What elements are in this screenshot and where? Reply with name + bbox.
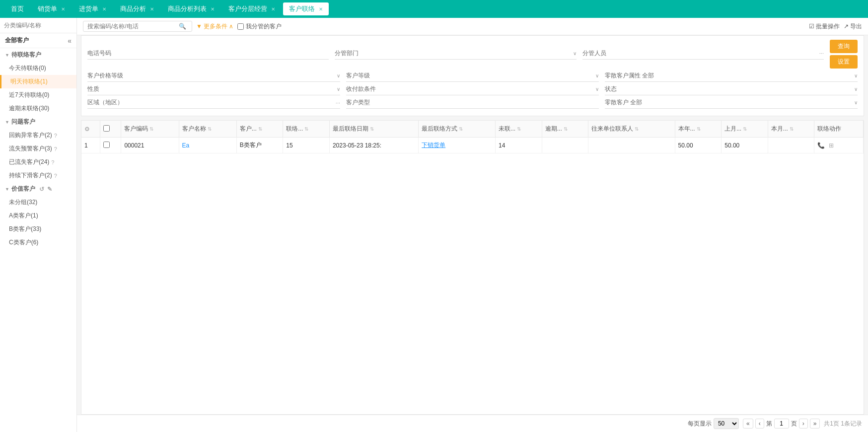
table-wrap: ⚙ 客户编码 ⇅ 客户名称 ⇅ (81, 120, 864, 415)
nav-product-analysis-list-close[interactable]: ✕ (211, 6, 215, 12)
nav-customer-tier-close[interactable]: ✕ (271, 6, 275, 12)
sidebar-search-wrap: 🔍 (0, 18, 76, 33)
value-edit-icon[interactable]: ✎ (47, 186, 52, 193)
query-btn[interactable]: 查询 (830, 40, 858, 53)
last-contact-method-link[interactable]: 下销货单 (422, 142, 445, 148)
status-dropdown-icon[interactable]: ∨ (854, 86, 858, 92)
next-page-btn[interactable]: › (799, 419, 808, 429)
td-num: 1 (81, 138, 100, 153)
sidebar-group-pending-contact: 待联络客户 (0, 48, 76, 62)
action-phone-icon[interactable]: 📞 (817, 142, 825, 149)
filter-person-label: 分管人员 (582, 49, 617, 58)
region-more-icon[interactable]: ··· (336, 100, 340, 106)
all-customers-title[interactable]: 全部客户 « (0, 33, 76, 48)
my-customers-checkbox[interactable] (237, 23, 244, 30)
prev-page-btn[interactable]: ‹ (755, 419, 764, 429)
sort-icon-overdue[interactable]: ⇅ (564, 126, 568, 132)
filter-dept[interactable]: 分管部门 ∨ (335, 49, 576, 60)
filter-phone: 电话号码 (87, 49, 329, 60)
payment-dropdown-icon[interactable]: ∨ (595, 86, 599, 92)
batch-ops-btn[interactable]: ☑ 批量操作 (809, 22, 840, 31)
person-more-icon[interactable]: ··· (819, 50, 824, 56)
cell-actions: 📞 ⊞ (817, 142, 860, 149)
sort-icon-name[interactable]: ⇅ (208, 126, 212, 132)
sort-icon-code[interactable]: ⇅ (149, 126, 153, 132)
sidebar-item-today[interactable]: 今天待联络(0) (0, 62, 76, 75)
nav-customer-contact-close[interactable]: ✕ (319, 6, 323, 12)
nav-customer-tier[interactable]: 客户分层经营 ✕ (222, 2, 281, 15)
filter-region[interactable]: 区域（地区） ··· (87, 98, 340, 109)
reset-btn[interactable]: 设置 (830, 55, 858, 69)
first-page-btn[interactable]: « (743, 419, 753, 429)
filter-row-1: 电话号码 分管部门 ∨ 分管人员 ··· 查询 (87, 40, 858, 69)
nav-product-analysis-close[interactable]: ✕ (150, 6, 154, 12)
retail-attr-dropdown-icon[interactable]: ∨ (854, 73, 858, 78)
select-all-checkbox[interactable] (103, 125, 110, 132)
main-search-input[interactable] (87, 23, 177, 30)
sort-icon-last-month[interactable]: ⇅ (743, 126, 747, 132)
sidebar-item-class-b[interactable]: B类客户(33) (0, 222, 76, 236)
row-checkbox[interactable] (103, 142, 110, 148)
nav-product-analysis-list[interactable]: 商品分析列表 ✕ (162, 2, 220, 15)
price-level-dropdown-icon[interactable]: ∨ (337, 73, 340, 78)
sort-icon-last-method[interactable]: ⇅ (459, 126, 463, 132)
sort-icon-last-date[interactable]: ⇅ (370, 126, 374, 132)
dept-dropdown-icon[interactable]: ∨ (573, 51, 577, 56)
filter-retail-cust[interactable]: 零散客户 全部 ∨ (605, 98, 858, 109)
td-last-month: 50.00 (722, 138, 768, 153)
value-refresh-icon[interactable]: ↺ (39, 186, 44, 193)
sidebar-item-continuous-down[interactable]: 持续下滑客户(2) ? (0, 169, 76, 182)
sidebar-item-repurchase[interactable]: 回购异常客户(2) ? (0, 129, 76, 142)
more-conditions-btn[interactable]: ▼ 更多条件 ∧ (196, 22, 233, 31)
nav-home[interactable]: 首页 (5, 2, 30, 15)
nav-sales[interactable]: 销货单 ✕ (32, 2, 71, 15)
filter-cust-type[interactable]: 客户类型 (346, 98, 599, 109)
sidebar-collapse-icon[interactable]: « (68, 37, 72, 45)
sort-icon-no-contact[interactable]: ⇅ (517, 126, 521, 132)
page-size-select[interactable]: 50 100 200 (714, 418, 739, 429)
nav-sales-close[interactable]: ✕ (61, 6, 65, 12)
settings-icon[interactable]: ⚙ (84, 126, 90, 133)
sidebar-item-lost-risk[interactable]: 流失预警客户(3) ? (0, 142, 76, 155)
main-search-icon[interactable]: 🔍 (179, 23, 186, 30)
sidebar-item-week7[interactable]: 近7天待联络(0) (0, 88, 76, 102)
th-settings[interactable]: ⚙ (81, 121, 100, 138)
filter-status[interactable]: 状态 ∨ (605, 85, 858, 95)
filter-retail-attr[interactable]: 零散客户属性 全部 ∨ (605, 72, 858, 82)
sidebar-item-class-a[interactable]: A类客户(1) (0, 209, 76, 222)
last-page-btn[interactable]: » (810, 419, 820, 429)
sort-icon-contact[interactable]: ⇅ (304, 126, 308, 132)
sidebar-group-value: 价值客户 ↺ ✎ (0, 182, 76, 196)
sidebar-item-lost[interactable]: 已流失客户(24) ? (0, 155, 76, 169)
filter-cust-level[interactable]: 客户等级 ∨ (346, 72, 599, 82)
page-number-input[interactable] (774, 419, 789, 429)
retail-cust-dropdown-icon[interactable]: ∨ (854, 100, 858, 105)
sort-icon-cust-type[interactable]: ⇅ (258, 126, 262, 132)
cust-level-dropdown-icon[interactable]: ∨ (595, 73, 599, 78)
sort-icon-contact-person[interactable]: ⇅ (635, 126, 639, 132)
filter-price-level[interactable]: 客户价格等级 ∨ (87, 72, 340, 82)
nav-product-analysis[interactable]: 商品分析 ✕ (114, 2, 160, 15)
th-name: 客户名称 ⇅ (179, 121, 236, 138)
filter-cust-type-label: 客户类型 (346, 98, 381, 107)
nature-dropdown-icon[interactable]: ∨ (337, 86, 340, 92)
export-btn[interactable]: ↗ 导出 (844, 22, 862, 31)
sidebar-item-class-c[interactable]: C类客户(6) (0, 236, 76, 249)
filter-icon: ▼ (196, 23, 202, 30)
filter-payment[interactable]: 收付款条件 ∨ (346, 85, 599, 95)
sort-icon-this-year[interactable]: ⇅ (697, 126, 701, 132)
nav-purchase-close[interactable]: ✕ (102, 6, 106, 12)
page-nav: « ‹ 第 页 › » (743, 419, 820, 429)
action-grid-icon[interactable]: ⊞ (829, 142, 834, 149)
filter-nature[interactable]: 性质 ∨ (87, 85, 340, 95)
nav-purchase[interactable]: 进货单 ✕ (73, 2, 112, 15)
td-last-contact-method[interactable]: 下销货单 (419, 138, 496, 153)
td-name[interactable]: Ea (179, 138, 236, 153)
sidebar-search-input[interactable] (4, 22, 77, 29)
sort-icon-this-month[interactable]: ⇅ (790, 126, 794, 132)
sidebar-item-overdue[interactable]: 逾期未联络(30) (0, 102, 76, 115)
sidebar-item-ungrouped[interactable]: 未分组(32) (0, 196, 76, 209)
nav-customer-contact[interactable]: 客户联络 ✕ (283, 2, 329, 15)
filter-person[interactable]: 分管人员 ··· (582, 49, 824, 60)
sidebar-item-tomorrow[interactable]: 明天待联络(1) (0, 75, 76, 88)
